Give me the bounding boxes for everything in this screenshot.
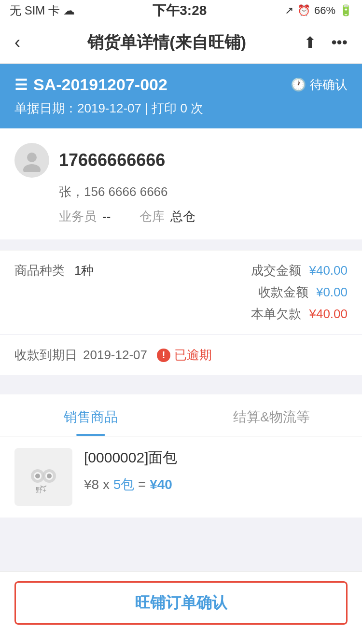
product-name: [0000002]面包 [84, 448, 348, 468]
svg-point-0 [27, 153, 37, 162]
customer-avatar [14, 143, 49, 178]
order-date: 单据日期：2019-12-07 | 打印 0 次 [14, 100, 348, 117]
payment-amount-value: ¥0.00 [316, 285, 348, 300]
battery-icon: 🔋 [339, 4, 352, 17]
nav-actions: ⬆ ••• [304, 33, 348, 52]
product-info: [0000002]面包 ¥8 x 5包 = ¥40 [84, 448, 348, 494]
location-icon: ↗ [285, 4, 293, 17]
product-image: 野+ [14, 448, 72, 506]
status-left: 无 SIM 卡 ☁ [10, 3, 75, 18]
alarm-icon: ⏰ [297, 4, 310, 17]
sales-rep-label: 业务员 [59, 208, 97, 225]
deal-amount-label: 成交金额 [251, 262, 301, 279]
svg-point-7 [47, 474, 52, 478]
svg-point-6 [35, 474, 40, 478]
owed-amount-value: ¥40.00 [309, 307, 348, 322]
due-date-label: 收款到期日 [14, 347, 77, 364]
divider-1 [0, 240, 362, 250]
back-button[interactable]: ‹ [14, 32, 20, 53]
battery-level: 66% [314, 4, 335, 17]
page-title: 销货单详情(来自旺铺) [30, 31, 304, 54]
clock-icon: 🕐 [291, 77, 306, 92]
warehouse-label: 仓库 [139, 208, 165, 225]
price-equals: = [134, 477, 150, 492]
order-status: 🕐 待确认 [291, 76, 348, 93]
product-types-label: 商品种类 [14, 262, 65, 279]
owed-amount-label: 本单欠款 [251, 306, 301, 322]
tab-settlement-logistics[interactable]: 结算&物流等 [181, 394, 362, 436]
product-types-value: 1种 [74, 262, 94, 279]
share-icon[interactable]: ⬆ [304, 33, 317, 52]
svg-text:野+: 野+ [36, 486, 46, 494]
due-date-value: 2019-12-07 [83, 348, 147, 363]
status-right: ↗ ⏰ 66% 🔋 [285, 4, 352, 17]
customer-meta: 业务员 -- 仓库 总仓 [14, 208, 348, 225]
nav-bar: ‹ 销货单详情(来自旺铺) ⬆ ••• [0, 21, 362, 64]
order-icon: ☰ [14, 76, 28, 93]
payment-amount-label: 收款金额 [258, 284, 308, 301]
tabs-bar: 销售商品 结算&物流等 [0, 394, 362, 436]
tab-sales-products[interactable]: 销售商品 [0, 394, 181, 436]
price-total: ¥40 [150, 477, 172, 492]
customer-name: 张，156 6666 6666 [14, 183, 348, 200]
product-card: 野+ [0000002]面包 ¥8 x 5包 = ¥40 [0, 436, 362, 518]
order-number: ☰ SA-20191207-002 [14, 75, 167, 94]
divider-2 [0, 385, 362, 394]
confirm-order-button[interactable]: 旺铺订单确认 [14, 581, 348, 625]
status-bar: 无 SIM 卡 ☁ 下午3:28 ↗ ⏰ 66% 🔋 [0, 0, 362, 21]
order-header: ☰ SA-20191207-002 🕐 待确认 单据日期：2019-12-07 … [0, 64, 362, 128]
due-date-card: 收款到期日 2019-12-07 ! 已逾期 [0, 335, 362, 375]
sim-status: 无 SIM 卡 ☁ [10, 3, 75, 18]
overdue-text: 已逾期 [174, 347, 212, 364]
deal-amount-value: ¥40.00 [309, 263, 348, 278]
overdue-badge: ! 已逾期 [157, 347, 212, 364]
sales-rep-value: -- [102, 209, 111, 224]
stats-card: 商品种类 1种 成交金额 ¥40.00 收款金额 ¥0.00 本单欠款 ¥40.… [0, 250, 362, 334]
customer-phone: 17666666666 [59, 150, 165, 170]
status-time: 下午3:28 [153, 1, 207, 20]
svg-point-1 [23, 164, 41, 172]
price-quantity: 5包 [113, 477, 135, 492]
bottom-bar: 旺铺订单确认 [0, 571, 362, 644]
overdue-icon: ! [157, 349, 170, 362]
more-icon[interactable]: ••• [331, 33, 348, 51]
price-unit: ¥8 x [84, 477, 113, 492]
customer-card: 17666666666 张，156 6666 6666 业务员 -- 仓库 总仓 [0, 128, 362, 239]
warehouse-value: 总仓 [170, 208, 195, 225]
product-price: ¥8 x 5包 = ¥40 [84, 476, 348, 494]
